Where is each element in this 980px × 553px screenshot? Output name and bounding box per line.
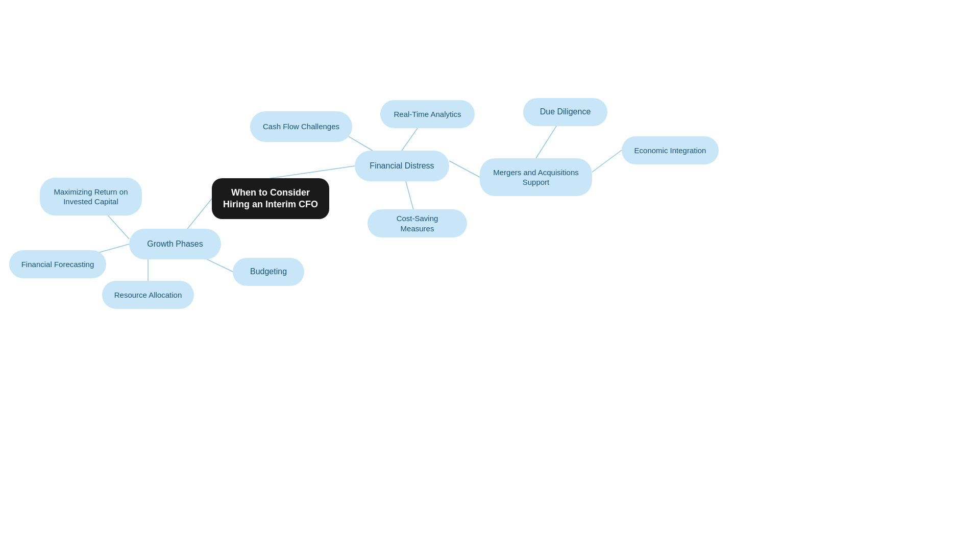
due-diligence-node[interactable]: Due Diligence [523, 98, 607, 126]
svg-line-9 [449, 161, 480, 177]
svg-line-5 [271, 166, 355, 178]
financial-distress-node[interactable]: Financial Distress [355, 151, 449, 181]
svg-line-11 [592, 150, 622, 172]
economic-integration-node[interactable]: Economic Integration [622, 136, 719, 164]
growth-phases-node[interactable]: Growth Phases [129, 229, 221, 259]
budgeting-node[interactable]: Budgeting [233, 258, 304, 286]
real-time-analytics-node[interactable]: Real-Time Analytics [380, 100, 475, 128]
cost-saving-measures-node[interactable]: Cost-Saving Measures [368, 209, 467, 237]
center-node[interactable]: When to Consider Hiring an Interim CFO [212, 178, 329, 219]
mergers-acquisitions-node[interactable]: Mergers and Acquisitions Support [480, 158, 592, 196]
maximizing-return-node[interactable]: Maximizing Return on Invested Capital [40, 178, 142, 215]
cash-flow-challenges-node[interactable]: Cash Flow Challenges [250, 111, 352, 142]
financial-forecasting-node[interactable]: Financial Forecasting [9, 250, 106, 278]
resource-allocation-node[interactable]: Resource Allocation [102, 281, 194, 309]
